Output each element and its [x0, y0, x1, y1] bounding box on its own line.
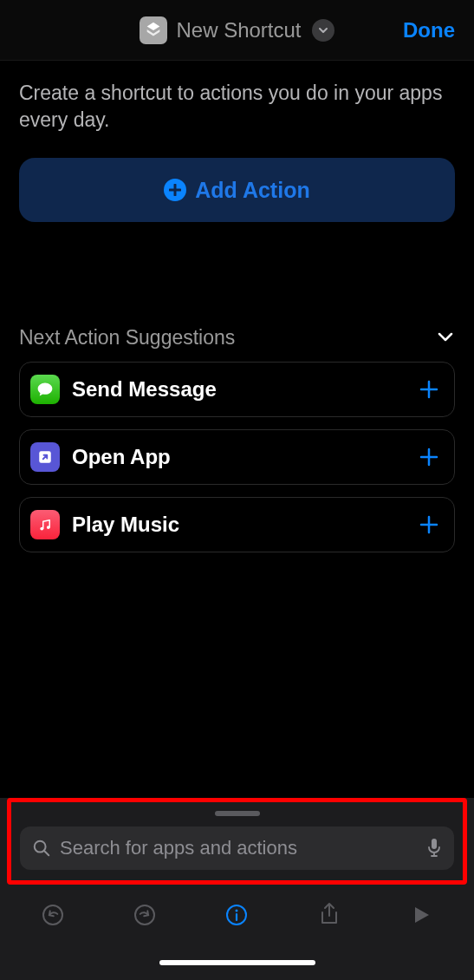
intro-text: Create a shortcut to actions you do in y…	[19, 80, 455, 134]
share-icon	[318, 902, 341, 928]
music-icon	[30, 510, 60, 539]
suggestions-collapse-button[interactable]	[436, 327, 455, 350]
page-title: New Shortcut	[176, 18, 301, 42]
toolbar	[0, 885, 474, 945]
suggestions-title: Next Action Suggestions	[19, 326, 235, 350]
chevron-down-icon	[436, 327, 455, 346]
plus-circle-icon	[164, 179, 186, 201]
svg-point-8	[236, 910, 238, 912]
svg-point-1	[40, 527, 43, 531]
redo-button[interactable]	[127, 898, 162, 932]
search-input[interactable]	[60, 837, 418, 859]
header: New Shortcut Done	[0, 0, 474, 61]
run-button[interactable]	[404, 898, 438, 932]
add-action-button[interactable]: Add Action	[19, 158, 455, 222]
microphone-icon[interactable]	[426, 838, 442, 859]
search-bar[interactable]	[20, 826, 454, 870]
info-icon	[224, 903, 249, 927]
plus-icon	[418, 378, 440, 401]
done-button[interactable]: Done	[403, 18, 455, 42]
info-button[interactable]	[219, 898, 254, 932]
add-suggestion-button[interactable]	[418, 446, 440, 468]
add-suggestion-button[interactable]	[418, 513, 440, 536]
undo-button[interactable]	[36, 898, 70, 932]
suggestion-label: Play Music	[72, 513, 418, 537]
play-icon	[410, 904, 432, 926]
open-app-icon	[30, 442, 60, 472]
title-dropdown-button[interactable]	[312, 19, 334, 42]
messages-icon	[30, 375, 60, 404]
suggestion-label: Open App	[72, 445, 418, 469]
suggestion-open-app[interactable]: Open App	[19, 429, 455, 485]
svg-rect-4	[432, 839, 437, 849]
add-suggestion-button[interactable]	[418, 378, 440, 401]
add-action-label: Add Action	[195, 178, 309, 203]
annotation-highlight	[7, 798, 467, 885]
plus-icon	[418, 513, 440, 536]
sheet-grabber[interactable]	[215, 811, 260, 816]
share-button[interactable]	[312, 898, 347, 932]
plus-icon	[418, 446, 440, 468]
redo-icon	[133, 903, 157, 927]
suggestion-play-music[interactable]: Play Music	[19, 497, 455, 552]
home-indicator[interactable]	[0, 945, 474, 980]
suggestion-label: Send Message	[72, 377, 418, 402]
suggestion-send-message[interactable]: Send Message	[19, 362, 455, 417]
search-icon	[32, 839, 51, 858]
svg-point-2	[47, 526, 50, 529]
chevron-down-icon	[318, 25, 328, 36]
undo-icon	[41, 903, 65, 927]
shortcut-app-icon	[140, 16, 167, 44]
